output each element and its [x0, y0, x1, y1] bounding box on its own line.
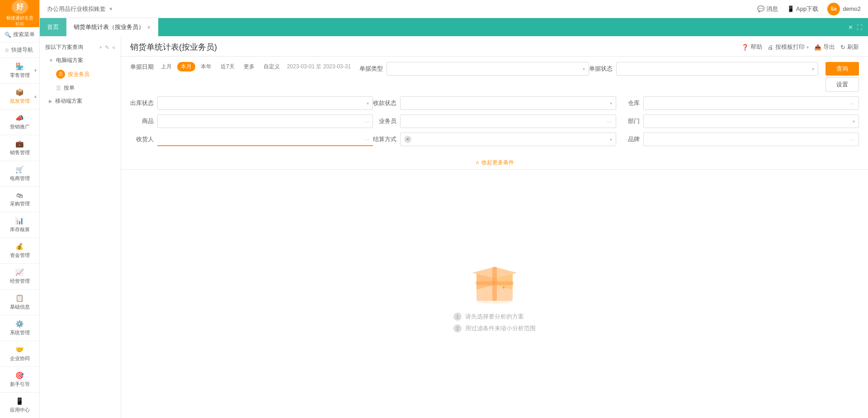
dots-icon: ···: [850, 136, 855, 143]
sidebar-item-newbie[interactable]: 🎯 新手引导: [0, 367, 39, 393]
sidebar-item-label: 销售管理: [10, 149, 30, 156]
doc-icon: ☰: [56, 85, 61, 91]
sidebar-item-apps[interactable]: 📱 应用中心: [0, 393, 39, 418]
sales-icon: 💼: [15, 140, 24, 148]
sidebar-item-sales[interactable]: 💼 销售管理: [0, 135, 39, 161]
tab-home[interactable]: 首页: [40, 18, 66, 36]
settings-button[interactable]: 设置: [826, 77, 859, 92]
apps-icon: 📱: [15, 397, 24, 405]
empty-box-svg: ✦: [467, 256, 522, 305]
app-logo[interactable]: 好 畅捷通好生意 标账: [0, 0, 39, 27]
salesperson-input[interactable]: ···: [400, 114, 616, 128]
message-action[interactable]: 💬 消息: [757, 5, 778, 13]
breadcrumb-area: 办公用品行业模拟账套 ▾: [47, 5, 113, 13]
help-icon: ❓: [741, 44, 749, 51]
date-tab-last-month[interactable]: 上月: [157, 62, 175, 71]
sidebar-item-ecommerce[interactable]: 🛒 电商管理: [0, 161, 39, 187]
page-header: 销货单统计表(按业务员) ❓ 帮助 🖨 按模板打印 ▾ 📤 导出: [121, 36, 868, 57]
dots-icon: ···: [364, 118, 369, 125]
expand-icon[interactable]: ⛶: [857, 24, 863, 31]
sidebar-item-label: 库存核算: [10, 226, 30, 233]
dept-label: 部门: [616, 117, 643, 125]
sidebar-item-retail[interactable]: 🏪 零售管理 ▼: [0, 58, 39, 84]
date-tab-this-year[interactable]: 本年: [197, 62, 215, 71]
breadcrumb-text: 办公用品行业模拟账套: [47, 5, 106, 13]
clear-settlement-button[interactable]: ✕: [404, 136, 411, 143]
export-button[interactable]: 📤 导出: [814, 43, 835, 51]
date-tab-this-month[interactable]: 本月: [177, 62, 195, 71]
out-status-cell: 出库状态 ▾: [130, 96, 373, 110]
tree-mobile-scheme[interactable]: ▶ 移动端方案: [40, 95, 121, 108]
message-icon: 💬: [757, 5, 764, 12]
settlement-input[interactable]: ✕ ▾: [400, 133, 616, 146]
warehouse-cell: 仓库 ···: [616, 96, 859, 110]
step-1-text: 请先选择要分析的方案: [465, 313, 524, 321]
dept-input[interactable]: ▾: [643, 114, 859, 128]
search-menu[interactable]: 🔍 搜索菜单: [0, 27, 39, 43]
dropdown-icon[interactable]: ▾: [109, 5, 113, 12]
tab-sales-stat[interactable]: 销货单统计表（按业务员） ✕: [66, 18, 158, 36]
warehouse-input[interactable]: ···: [643, 96, 859, 110]
date-tab-custom[interactable]: 自定义: [260, 62, 283, 71]
settlement-label: 结算方式: [373, 135, 400, 143]
home-tab-label: 首页: [47, 23, 59, 31]
inventory-icon: 📊: [15, 217, 24, 225]
sidebar-item-system[interactable]: ⚙️ 系统管理: [0, 315, 39, 341]
edit-scheme-button[interactable]: ✎: [105, 44, 109, 51]
help-button[interactable]: ❓ 帮助: [741, 43, 762, 51]
tree-pc-scheme[interactable]: ▼ 电脑端方案: [40, 54, 121, 67]
left-panel: 按以下方案查询 + ✎ « ▼ 电脑端方案 员 按业务员 ☰ 按单: [40, 36, 121, 418]
date-tab-more[interactable]: 更多: [240, 62, 258, 71]
sidebar-item-label: 资金管理: [10, 252, 30, 259]
brand-input[interactable]: ···: [643, 133, 859, 146]
tree-expand-icon: ▼: [49, 58, 53, 63]
dropdown-arrow-icon: ▾: [583, 66, 585, 71]
star-icon: ☆: [5, 47, 9, 53]
quick-nav[interactable]: ☆ 快捷导航: [0, 43, 39, 58]
app-name: 畅捷通好生意: [6, 15, 33, 21]
close-window-icon[interactable]: ✕: [848, 24, 853, 31]
doc-type-input[interactable]: ▾: [387, 62, 589, 76]
tree-by-salesperson[interactable]: 员 按业务员: [49, 67, 121, 81]
sidebar-item-inventory[interactable]: 📊 库存核算: [0, 212, 39, 238]
sidebar-item-label: 批发管理: [10, 98, 30, 104]
operations-icon: 📈: [15, 268, 24, 276]
add-scheme-button[interactable]: +: [99, 44, 102, 51]
out-status-input[interactable]: ▾: [157, 96, 373, 110]
collapse-panel-button[interactable]: «: [112, 44, 115, 51]
sidebar-item-wholesale[interactable]: 📦 批发管理 ▲: [0, 84, 39, 109]
refresh-label: 刷新: [847, 43, 859, 51]
print-dropdown-icon: ▾: [807, 45, 809, 50]
sidebar-item-finance[interactable]: 💰 资金管理: [0, 238, 39, 264]
query-button[interactable]: 查询: [826, 62, 859, 76]
sidebar-item-marketing[interactable]: 📣 营销推广: [0, 109, 39, 135]
refresh-button[interactable]: ↻ 刷新: [840, 43, 859, 51]
print-button[interactable]: 🖨 按模板打印 ▾: [768, 43, 809, 51]
active-dot: 员: [56, 70, 65, 79]
goods-input[interactable]: ···: [157, 114, 373, 128]
page-header-actions: ❓ 帮助 🖨 按模板打印 ▾ 📤 导出 ↻ 刷新: [741, 43, 859, 51]
doc-status-input[interactable]: ▾: [616, 62, 818, 76]
tab-close-button[interactable]: ✕: [147, 25, 151, 30]
sidebar-item-operations[interactable]: 📈 经营管理: [0, 264, 39, 290]
right-panel: 销货单统计表(按业务员) ❓ 帮助 🖨 按模板打印 ▾ 📤 导出: [121, 36, 868, 418]
empty-illustration: ✦: [467, 256, 522, 305]
date-filter-cell: 单据日期 上月 本月 本年 近7天 更多 自定义 2023-03-01 至 20…: [130, 62, 359, 71]
search-label: 搜索菜单: [13, 31, 35, 38]
collapse-conditions-button[interactable]: ∧ 收起更多条件: [121, 156, 868, 170]
doc-status-label: 单据状态: [589, 65, 616, 73]
sidebar-item-basic[interactable]: 📋 基础信息: [0, 290, 39, 315]
sidebar-item-purchase[interactable]: 🛍 采购管理: [0, 187, 39, 212]
date-tab-7days[interactable]: 近7天: [217, 62, 238, 71]
tab-bar: 首页 销货单统计表（按业务员） ✕ ✕ ⛶: [40, 18, 868, 36]
sidebar-item-enterprise[interactable]: 🤝 企业协同: [0, 341, 39, 367]
filter-row-3: 商品 ··· 业务员 ···: [130, 114, 859, 128]
brand-cell: 品牌 ···: [616, 133, 859, 146]
user-profile[interactable]: Ea demo2: [827, 3, 861, 15]
tree-by-doc[interactable]: ☰ 按单: [49, 81, 121, 95]
export-label: 导出: [823, 43, 835, 51]
enterprise-icon: 🤝: [15, 346, 24, 354]
collect-status-input[interactable]: ▾: [400, 96, 616, 110]
receiver-input[interactable]: ···: [157, 133, 373, 146]
app-download-action[interactable]: 📱 App下载: [787, 5, 818, 13]
